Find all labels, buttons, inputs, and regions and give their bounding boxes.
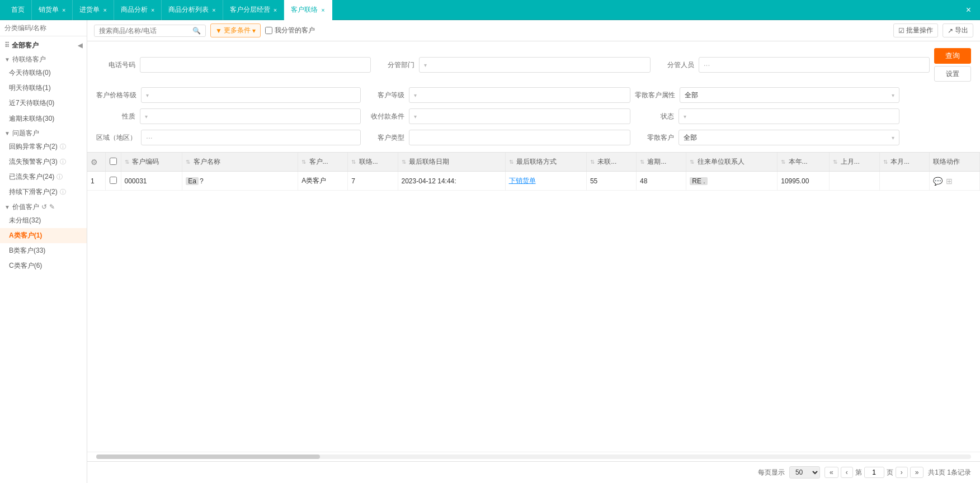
- settings-button[interactable]: 设置: [934, 66, 971, 82]
- toolbar-search-icon[interactable]: 🔍: [192, 27, 201, 35]
- col-this-month-sort-icon[interactable]: ⇅: [883, 159, 888, 165]
- payment-select[interactable]: ▾: [409, 108, 630, 124]
- qr-action-icon[interactable]: ⊞: [946, 177, 953, 186]
- nav-tab-analysis[interactable]: 商品分析 ×: [114, 0, 162, 20]
- retail-customer-select[interactable]: 全部 ▾: [679, 130, 899, 145]
- repurchase-abnormal-label: 回购异常客户(2): [9, 141, 58, 152]
- col-last-month-sort-icon[interactable]: ⇅: [833, 159, 837, 165]
- sidebar-item-tomorrow[interactable]: 明天待联络(1): [0, 80, 87, 96]
- nav-tab-customer-mgmt-close[interactable]: ×: [274, 7, 277, 13]
- retail-attr-select[interactable]: 全部 ▾: [680, 87, 899, 103]
- filter-panel: 电话号码 分管部门 ▾ 分管人员 ··· 查询 设置: [87, 41, 980, 153]
- nav-tab-purchase-close[interactable]: ×: [103, 7, 106, 13]
- sidebar-item-declining[interactable]: 持续下滑客户(2) ⓘ: [0, 184, 87, 200]
- export-icon: ↗: [948, 27, 953, 35]
- col-contact-sort-icon[interactable]: ⇅: [351, 159, 356, 165]
- my-customer-check[interactable]: [265, 27, 272, 34]
- sidebar-item-unclassified[interactable]: 未分组(32): [0, 213, 87, 228]
- nav-tab-customer-contact[interactable]: 客户联络 ×: [284, 0, 332, 20]
- sidebar-collapse-icon[interactable]: ◀: [78, 42, 82, 49]
- last-page-button[interactable]: »: [910, 467, 924, 478]
- export-button[interactable]: ↗ 导出: [943, 23, 973, 37]
- region-input[interactable]: ···: [141, 130, 361, 145]
- nav-tab-analysis-list[interactable]: 商品分析列表 ×: [162, 0, 223, 20]
- first-page-button[interactable]: «: [824, 467, 838, 478]
- sidebar-item-class-b[interactable]: B类客户(33): [0, 243, 87, 258]
- col-name-sort-icon[interactable]: ⇅: [186, 159, 190, 165]
- status-select[interactable]: ▾: [679, 108, 899, 124]
- sidebar-item-churned[interactable]: 已流失客户(24) ⓘ: [0, 169, 87, 184]
- more-filter-button[interactable]: ▼ 更多条件 ▾: [210, 23, 261, 37]
- sidebar-item-repurchase-abnormal[interactable]: 回购异常客户(2) ⓘ: [0, 139, 87, 154]
- col-code-sort-icon[interactable]: ⇅: [125, 159, 129, 165]
- col-overdue-sort-icon[interactable]: ⇅: [640, 159, 644, 165]
- col-date-sort-icon[interactable]: ⇅: [402, 159, 406, 165]
- col-last-month: ⇅ 上月...: [830, 153, 879, 172]
- filter-cell-retail-attr: 零散客户属性 全部 ▾: [635, 87, 899, 103]
- filter-cell-region: 区域（地区） ···: [96, 130, 361, 145]
- scrollbar-thumb[interactable]: [96, 454, 320, 459]
- col-method-label: 最后联络方式: [516, 158, 557, 165]
- content-area: 🔍 ▼ 更多条件 ▾ 我分管的客户 ☑ 批量操作 ↗ 导出: [87, 20, 980, 483]
- nav-tab-home[interactable]: 首页: [4, 0, 32, 20]
- prev-page-button[interactable]: ‹: [841, 467, 853, 478]
- col-this-year-sort-icon[interactable]: ⇅: [781, 159, 785, 165]
- filter-cell-price-level: 客户价格等级 ▾: [96, 87, 361, 103]
- col-last-contact-date: ⇅ 最后联络日期: [398, 153, 505, 172]
- customer-level-select[interactable]: ▾: [409, 87, 630, 103]
- select-all-checkbox[interactable]: [110, 158, 117, 165]
- per-page-select[interactable]: 50 100 200: [789, 466, 820, 479]
- close-all-button[interactable]: ×: [962, 5, 976, 15]
- settings-gear-icon[interactable]: ⚙: [91, 158, 98, 167]
- nav-tab-sales[interactable]: 销货单 ×: [32, 0, 73, 20]
- col-level-sort-icon[interactable]: ⇅: [301, 159, 306, 165]
- sidebar-item-class-a[interactable]: A类客户(1): [0, 228, 87, 243]
- sidebar-item-churn-warning[interactable]: 流失预警客户(3) ⓘ: [0, 154, 87, 169]
- nav-tab-customer-contact-close[interactable]: ×: [321, 7, 324, 13]
- col-method-sort-icon[interactable]: ⇅: [509, 159, 513, 165]
- sidebar-item-today[interactable]: 今天待联络(0): [0, 65, 87, 80]
- sidebar-group-problem[interactable]: ▼ 问题客户: [0, 126, 87, 139]
- col-settings: ⚙: [87, 153, 105, 172]
- next-page-button[interactable]: ›: [896, 467, 908, 478]
- query-btn-group: 查询 设置: [934, 48, 971, 82]
- sidebar-group-pending[interactable]: ▼ 待联络客户: [0, 53, 87, 65]
- filter-cell-payment: 收付款条件 ▾: [365, 108, 630, 124]
- sidebar-item-7days[interactable]: 近7天待联络(0): [0, 96, 87, 111]
- query-button[interactable]: 查询: [934, 48, 971, 64]
- row-name: Ea?: [182, 172, 298, 191]
- page-nav: « ‹ 第 页 › »: [824, 467, 924, 478]
- batch-ops-button[interactable]: ☑ 批量操作: [893, 23, 938, 37]
- nav-tab-analysis-close[interactable]: ×: [151, 7, 154, 13]
- col-no-contact-sort-icon[interactable]: ⇅: [590, 159, 595, 165]
- filter-cell-customer-type: 客户类型: [365, 130, 630, 145]
- sidebar-item-overdue[interactable]: 逾期未联络(30): [0, 111, 87, 126]
- price-level-select[interactable]: ▾: [141, 87, 361, 103]
- customer-type-input[interactable]: [409, 130, 630, 145]
- sidebar-search-input[interactable]: [4, 24, 87, 32]
- page-number-input[interactable]: [864, 467, 884, 478]
- col-unit-sort-icon[interactable]: ⇅: [690, 159, 694, 165]
- nav-tab-purchase[interactable]: 进货单 ×: [73, 0, 114, 20]
- col-contact-label: 联络...: [359, 158, 378, 165]
- nav-tab-customer-mgmt[interactable]: 客户分层经营 ×: [223, 0, 284, 20]
- dept-select[interactable]: ▾: [419, 57, 650, 73]
- nav-tab-analysis-list-close[interactable]: ×: [212, 7, 215, 13]
- region-dots-icon[interactable]: ···: [146, 133, 153, 142]
- nature-select[interactable]: ▾: [140, 108, 361, 124]
- manager-input[interactable]: ···: [699, 57, 930, 73]
- phone-input[interactable]: [140, 57, 371, 73]
- last-contact-method-link[interactable]: 下销货单: [509, 177, 536, 184]
- sidebar-group-value[interactable]: ▼ 价值客户 ↺ ✎: [0, 200, 87, 213]
- my-customer-checkbox[interactable]: 我分管的客户: [265, 26, 315, 35]
- nav-tab-sales-close[interactable]: ×: [62, 7, 65, 13]
- col-this-year: ⇅ 本年...: [778, 153, 830, 172]
- toolbar-search-input[interactable]: [99, 27, 190, 35]
- value-edit-icon[interactable]: ✎: [49, 203, 55, 211]
- sidebar-item-class-c[interactable]: C类客户(6): [0, 258, 87, 273]
- retail-attr-arrow-icon: ▾: [892, 92, 894, 98]
- comment-action-icon[interactable]: 💬: [933, 177, 943, 186]
- manager-dots-icon[interactable]: ···: [704, 60, 710, 69]
- value-refresh-icon[interactable]: ↺: [41, 203, 47, 211]
- row-checkbox[interactable]: [110, 177, 117, 184]
